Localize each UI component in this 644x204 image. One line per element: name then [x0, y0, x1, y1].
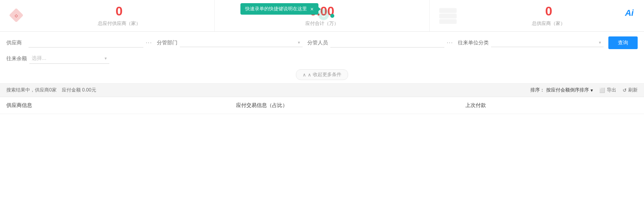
total-suppliers-value: 0	[545, 4, 552, 18]
ai-badge[interactable]: Ai	[625, 8, 634, 18]
svg-rect-9	[439, 13, 457, 18]
filter-balance: 往来余额 选择... ▾	[6, 53, 109, 64]
export-btn[interactable]: ⬜ 导出	[599, 87, 616, 93]
department-label: 分管部门	[157, 39, 177, 46]
svg-rect-10	[439, 19, 457, 24]
supplier-label: 供应商	[6, 39, 26, 46]
balance-label: 往来余额	[6, 55, 27, 62]
unit-class-chevron-icon: ▾	[599, 40, 601, 45]
result-summary-text: 搜索结果中，供应商0家	[6, 87, 57, 93]
total-payable-suppliers-label: 总应付供应商（家）	[98, 20, 141, 27]
manager-label: 分管人员	[307, 39, 328, 46]
svg-rect-8	[439, 8, 457, 13]
tooltip-dot	[330, 14, 334, 18]
filter-unit-class: 往来单位分类 ▾	[458, 38, 604, 47]
diamond-icon: ◇	[8, 7, 25, 25]
tooltip-bubble: 快速录单的快捷键说明在这里 ×	[240, 3, 318, 15]
stat-payable-total: 0.00 应付合计（万） 快速录单的快捷键说明在这里 ×	[215, 0, 429, 31]
svg-text:◇: ◇	[14, 13, 18, 17]
balance-select[interactable]: 选择... ▾	[29, 53, 109, 64]
collapse-label: 收起更多条件	[313, 71, 341, 78]
result-amount-text: 应付金额 0.00元	[62, 87, 96, 93]
result-bar: 搜索结果中，供应商0家 应付金额 0.00元 排序： 按应付会额倒序排序 ▾ ⬜…	[0, 84, 644, 97]
col-info-header: 供应商信息	[6, 102, 236, 109]
tooltip-close-btn[interactable]: ×	[310, 6, 313, 12]
coin-stack-icon	[438, 6, 458, 25]
svg-point-6	[321, 13, 323, 14]
balance-placeholder: 选择...	[32, 55, 105, 62]
filter-row-1: 供应商 ··· 分管部门 ▾ 分管人员 ··· 往来单位分类 ▾ 查询	[6, 36, 638, 49]
filter-manager: 分管人员 ···	[307, 38, 453, 48]
sort-chevron-icon: ▾	[591, 88, 593, 93]
sort-value: 按应付会额倒序排序	[546, 87, 589, 93]
result-summary: 搜索结果中，供应商0家 应付金额 0.00元	[6, 87, 96, 93]
sort-select[interactable]: 排序： 按应付会额倒序排序 ▾	[530, 87, 593, 93]
filter-department: 分管部门 ▾	[157, 38, 303, 47]
department-select[interactable]: ▾	[180, 38, 303, 47]
supplier-dots-btn[interactable]: ···	[146, 39, 152, 46]
tooltip-text: 快速录单的快捷键说明在这里	[245, 6, 307, 12]
unit-class-select[interactable]: ▾	[491, 38, 604, 47]
collapse-btn-wrap: ∧ ∧ 收起更多条件	[6, 68, 638, 83]
stats-bar: ◇ 0 总应付供应商（家） 0.00 应付合计（万）	[0, 0, 644, 32]
sort-label: 排序：	[530, 87, 545, 93]
stat-total-payable-suppliers: ◇ 0 总应付供应商（家）	[0, 0, 215, 31]
supplier-input[interactable]	[29, 38, 143, 48]
result-actions: 排序： 按应付会额倒序排序 ▾ ⬜ 导出 ↺ 刷新	[530, 87, 638, 93]
filter-bar: 供应商 ··· 分管部门 ▾ 分管人员 ··· 往来单位分类 ▾ 查询	[0, 32, 644, 84]
col-trade-header: 应付交易信息（占比）	[236, 102, 466, 109]
filter-row-2: 往来余额 选择... ▾	[6, 53, 638, 64]
export-icon: ⬜	[599, 88, 605, 93]
svg-point-5	[320, 17, 327, 20]
export-label: 导出	[607, 87, 616, 93]
table-header: 供应商信息 应付交易信息（占比） 上次付款	[0, 97, 644, 114]
stat-total-suppliers: 0 总供应商（家） Ai	[430, 0, 644, 31]
balance-chevron-icon: ▾	[105, 56, 107, 61]
manager-input[interactable]	[330, 38, 444, 48]
refresh-icon: ↺	[623, 88, 627, 93]
query-button[interactable]: 查询	[608, 36, 638, 49]
filter-supplier: 供应商 ···	[6, 38, 152, 48]
unit-class-label: 往来单位分类	[458, 39, 489, 46]
total-payable-suppliers-value: 0	[116, 4, 123, 18]
manager-dots-btn[interactable]: ···	[447, 39, 453, 46]
department-chevron-icon: ▾	[298, 40, 300, 45]
table-body	[0, 114, 644, 204]
collapse-up-icon: ∧ ∧	[303, 72, 311, 78]
total-suppliers-label: 总供应商（家）	[532, 20, 565, 27]
refresh-btn[interactable]: ↺ 刷新	[623, 87, 638, 93]
svg-point-7	[324, 13, 326, 14]
col-payment-header: 上次付款	[465, 102, 638, 109]
refresh-label: 刷新	[628, 87, 638, 93]
collapse-button[interactable]: ∧ ∧ 收起更多条件	[296, 69, 348, 80]
